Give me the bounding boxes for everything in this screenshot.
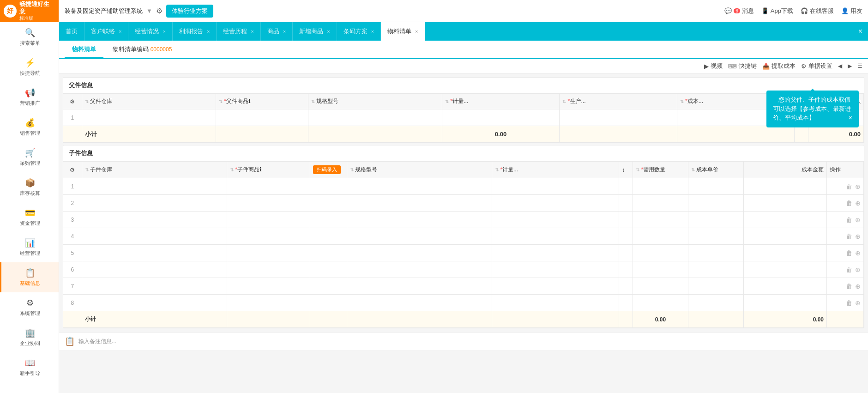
close-bom-tab[interactable]: × (415, 29, 418, 34)
close-profit-tab[interactable]: × (207, 29, 210, 34)
parent-col-product[interactable]: ⇅ *父件商品ℹ (216, 94, 308, 109)
message-button[interactable]: 💬 6 消息 (724, 7, 754, 15)
child-col-spec[interactable]: ⇅ 规格型号 (347, 162, 492, 178)
table-row: 1 (63, 109, 864, 126)
message-badge: 6 (734, 8, 740, 13)
sidebar-nav: 🔍 搜索菜单 ⚡ 快捷导航 📢 营销推广 💰 销售管理 🛒 采购管理 📦 库存核… (0, 22, 59, 393)
copy-icon[interactable]: ⊕ (855, 249, 861, 257)
service-icon: 🎧 (801, 7, 808, 14)
sub-tab-bom-code[interactable]: 物料清单编码 0000005 (105, 42, 179, 58)
tab-goods[interactable]: 商品 × (261, 22, 293, 41)
delete-icon[interactable]: 🗑 (846, 216, 852, 224)
video-button[interactable]: ▶ 视频 (704, 62, 723, 70)
child-col-settings[interactable]: ⚙ (63, 162, 82, 178)
parent-subtotal-row: 小计 0.00 0.00 (63, 126, 864, 143)
sidebar-item-system[interactable]: ⚙ 系统管理 (0, 292, 59, 322)
sidebar-item-purchase[interactable]: 🛒 采购管理 (0, 142, 59, 172)
tab-history[interactable]: 经营历程 × (217, 22, 260, 41)
tab-barcode[interactable]: 条码方案 × (337, 22, 381, 41)
close-new-goods-tab[interactable]: × (327, 29, 330, 34)
copy-icon[interactable]: ⊕ (855, 266, 861, 273)
sidebar-item-enterprise[interactable]: 🏢 企业协同 (0, 322, 59, 352)
copy-icon[interactable]: ⊕ (855, 200, 861, 207)
tab-operation[interactable]: 经营情况 × (128, 22, 172, 41)
delete-icon[interactable]: 🗑 (846, 233, 852, 240)
delete-icon[interactable]: 🗑 (846, 183, 852, 190)
parent-col-spec[interactable]: ⇅ 规格型号 (308, 94, 442, 109)
tab-bom[interactable]: 物料清单 × (381, 22, 425, 41)
single-settings-button[interactable]: ⚙ 单据设置 (801, 62, 832, 70)
copy-icon[interactable]: ⊕ (855, 183, 861, 190)
child-col-warehouse[interactable]: ⇅ 子件仓库 (82, 162, 227, 178)
child-col-qty[interactable]: ⇅ *需用数量 (633, 162, 688, 178)
parent-col-unit[interactable]: ⇅ *计量... (442, 94, 559, 109)
table-row: 3 🗑 ⊕ (63, 212, 864, 228)
sidebar-item-marketing[interactable]: 📢 营销推广 (0, 82, 59, 112)
cost-tooltip: 您的父件、子件的成本取值可以选择【参考成本、最新进价、平均成本】 × (766, 91, 859, 127)
inventory-icon: 📦 (25, 178, 35, 188)
copy-icon[interactable]: ⊕ (855, 283, 861, 290)
child-col-sort[interactable]: ↕ (619, 162, 633, 178)
sidebar-item-inventory[interactable]: 📦 库存核算 (0, 172, 59, 202)
quicknav-icon: ⚡ (25, 58, 35, 68)
settings-icon: ⚙ (801, 63, 807, 70)
child-col-unit-cost[interactable]: ⇅ 成本单价 (688, 162, 744, 178)
tab-profit[interactable]: 利润报告 × (173, 22, 217, 41)
app-name: 畅捷通好生意 (19, 0, 55, 15)
sidebar-item-operation[interactable]: 📊 经营管理 (0, 232, 59, 262)
delete-icon[interactable]: 🗑 (846, 283, 852, 290)
sidebar-item-sales[interactable]: 💰 销售管理 (0, 112, 59, 142)
delete-icon[interactable]: 🗑 (846, 266, 852, 273)
app-download-button[interactable]: 📱 App下载 (761, 7, 793, 15)
finance-icon: 💳 (25, 208, 35, 218)
parent-col-settings[interactable]: ⚙ (63, 94, 82, 109)
bom-code-value: 0000005 (151, 46, 172, 53)
nav-next-button[interactable]: ▶ (848, 63, 852, 69)
copy-icon[interactable]: ⊕ (855, 299, 861, 307)
close-barcode-tab[interactable]: × (371, 29, 374, 34)
child-section-title: 子件信息 (63, 145, 864, 162)
list-view-button[interactable]: ☰ (857, 63, 862, 69)
page-container: 物料清单 物料清单编码 0000005 ▶ 视频 ⌨ 快捷键 📥 提取成本 ⚙ (59, 41, 868, 393)
close-customer-tab[interactable]: × (119, 29, 121, 34)
sub-tab-bom-list[interactable]: 物料清单 (65, 42, 103, 58)
tab-new-goods[interactable]: 新增商品 × (293, 22, 337, 41)
sidebar-item-finance[interactable]: 💳 资金管理 (0, 202, 59, 232)
parent-col-produce[interactable]: ⇅ *生产... (560, 94, 677, 109)
delete-icon[interactable]: 🗑 (846, 200, 852, 207)
sidebar-item-quicknav[interactable]: ⚡ 快捷导航 (0, 52, 59, 82)
delete-icon[interactable]: 🗑 (846, 299, 852, 307)
close-operation-tab[interactable]: × (163, 29, 165, 34)
child-col-product[interactable]: ⇅ *子件商品ℹ (227, 162, 310, 178)
child-col-unit[interactable]: ⇅ *计量... (492, 162, 619, 178)
gear-settings-icon[interactable]: ⚙ (156, 6, 163, 15)
user-menu[interactable]: 👤 用友 (841, 7, 862, 15)
copy-icon[interactable]: ⊕ (855, 233, 861, 240)
sidebar-item-search[interactable]: 🔍 搜索菜单 (0, 22, 59, 52)
tooltip-text: 您的父件、子件的成本取值可以选择【参考成本、最新进价、平均成本】 (773, 96, 851, 121)
tab-customer[interactable]: 客户联络 × (84, 22, 128, 41)
online-service-button[interactable]: 🎧 在线客服 (801, 7, 834, 15)
sidebar-item-guide[interactable]: 📖 新手引导 (0, 352, 59, 382)
close-history-tab[interactable]: × (251, 29, 253, 34)
parent-table: ⚙ ⇅ 父件仓库 ⇅ *父件商品ℹ ⇅ 规格型号 ⇅ *计量... ⇅ *生产.… (63, 94, 864, 143)
close-all-tabs-button[interactable]: × (853, 27, 868, 36)
app-tagline: 标准版 (19, 15, 55, 22)
scan-button[interactable]: 扫码录入 (313, 165, 341, 174)
sidebar-item-basic[interactable]: 📋 基础信息 (0, 262, 59, 292)
experience-button[interactable]: 体验行业方案 (166, 5, 213, 18)
dropdown-arrow-icon[interactable]: ▼ (146, 7, 152, 14)
tab-home[interactable]: 首页 (59, 22, 84, 41)
parent-col-warehouse[interactable]: ⇅ 父件仓库 (82, 94, 216, 109)
nav-prev-button[interactable]: ◀ (838, 63, 842, 69)
sub-tabbar: 物料清单 物料清单编码 0000005 (59, 41, 868, 59)
delete-icon[interactable]: 🗑 (846, 249, 852, 257)
table-row: 6 🗑 ⊕ (63, 261, 864, 278)
copy-icon[interactable]: ⊕ (855, 216, 861, 224)
child-col-cost-amount: 成本金额 (744, 162, 827, 178)
child-col-scan[interactable]: 扫码录入 (310, 162, 347, 178)
tooltip-close-button[interactable]: × (849, 113, 852, 123)
extract-cost-button[interactable]: 📥 提取成本 (762, 62, 796, 70)
close-goods-tab[interactable]: × (283, 29, 286, 34)
shortcut-button[interactable]: ⌨ 快捷键 (728, 62, 757, 70)
